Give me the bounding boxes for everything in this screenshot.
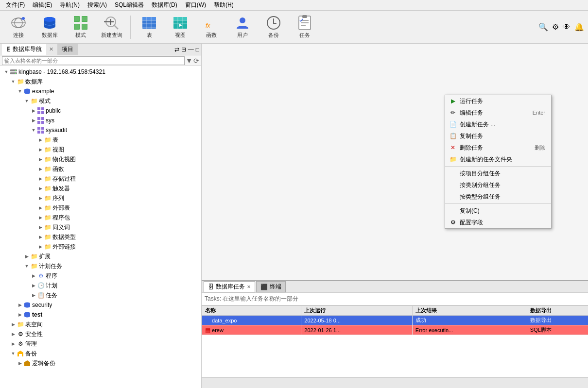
db-tasks-tab-close[interactable]: ✕ [247,284,251,289]
tree-toggle-sysaudit[interactable]: ▼ [30,128,37,133]
task-row-data-expo[interactable]: ▦ data_expo 2022-05-18 0... 成功 数据导出 Gene… [202,316,588,325]
filter-icon[interactable]: ▼ [186,57,192,65]
menu-file[interactable]: 文件(F) [2,0,29,10]
toolbar-table[interactable]: 表 [135,13,164,41]
menu-database[interactable]: 数据库(D) [148,0,181,10]
tree-node-exttable-folder[interactable]: ▶ 📁 外部表 [1,203,200,213]
tree-node-sys[interactable]: ▶ sys [1,116,200,125]
tree-toggle-datatype-folder[interactable]: ▶ [37,235,44,239]
tree-toggle-seq-folder[interactable]: ▶ [37,196,44,201]
ctx-copy-c[interactable]: 复制(C) [445,205,551,217]
panel-tab-projects[interactable]: 项目 [57,44,78,55]
eye-icon[interactable]: 👁 [563,23,571,32]
toolbar-schema[interactable]: 模式 [66,13,95,41]
tree-toggle-exttable-folder[interactable]: ▶ [37,205,44,210]
tree-toggle-tablespace[interactable]: ▶ [10,322,17,327]
menu-window[interactable]: 窗口(W) [181,0,210,10]
tree-node-synonym-folder[interactable]: ▶ 📁 同义词 [1,222,200,232]
table-search-input[interactable] [2,56,185,65]
tree-node-backup[interactable]: ▼ 备份 [1,349,200,358]
tree-toggle-sys[interactable]: ▶ [30,118,37,123]
tree-container[interactable]: ▼ kingbase - 192.168.45.158:54321 ▼ 📁 数据… [0,66,201,388]
toolbar-function[interactable]: fx 函数 [197,13,226,41]
tree-toggle-func-folder[interactable]: ▶ [37,167,44,171]
panel-btn-maximize[interactable]: □ [196,46,199,53]
tree-node-plan[interactable]: ▶ 🕒 计划 [1,281,200,290]
menu-nav[interactable]: 导航(N) [56,0,84,10]
tree-node-test-db[interactable]: ▶ test [1,310,200,320]
ctx-copy-task[interactable]: 📋 复制任务 [445,130,551,142]
tree-toggle-pkg-folder[interactable]: ▶ [37,215,44,220]
tree-node-root[interactable]: ▼ kingbase - 192.168.45.158:54321 [1,67,200,77]
tree-node-func-folder[interactable]: ▶ 📁 函数 [1,164,200,174]
tree-toggle-table-folder[interactable]: ▶ [37,137,44,142]
tree-toggle-logical-backup[interactable]: ▶ [17,361,23,366]
tree-toggle-mview-folder[interactable]: ▶ [37,157,44,162]
ctx-config-fields[interactable]: ⚙ 配置字段 [445,217,551,228]
bell-icon[interactable]: 🔔 [574,22,584,32]
tree-toggle-view-folder[interactable]: ▶ [37,147,44,152]
tree-node-example[interactable]: ▼ example [1,86,200,96]
menu-search[interactable]: 搜索(A) [84,0,111,10]
panel-btn-1[interactable]: ⇄ [174,46,179,53]
tree-node-manage[interactable]: ▶ ⚙ 管理 [1,339,200,349]
tree-toggle-root[interactable]: ▼ [3,69,10,74]
panel-btn-2[interactable]: ⊟ [181,46,186,53]
tree-toggle-example[interactable]: ▼ [17,89,23,94]
tree-toggle-test-db[interactable]: ▶ [17,312,23,317]
ctx-run-task[interactable]: ▶ 运行任务 [445,95,551,107]
tree-node-datatype-folder[interactable]: ▶ 📁 数据类型 [1,232,200,242]
tab-db-tasks[interactable]: 🗄 数据库任务 ✕ [204,281,255,292]
menu-edit[interactable]: 编辑(E) [29,0,56,10]
search-icon[interactable]: 🔍 [538,22,548,32]
tree-toggle-trigger-folder[interactable]: ▶ [37,186,44,191]
tree-node-mview-folder[interactable]: ▶ 📁 物化视图 [1,154,200,164]
tree-toggle-public[interactable]: ▶ [30,108,37,113]
toolbar-task[interactable]: 任务 [290,13,319,41]
tree-node-table-folder[interactable]: ▶ 📁 表 [1,135,200,145]
tree-toggle-scheduled[interactable]: ▼ [23,264,30,269]
tree-node-logical-backup[interactable]: ▶ 逻辑备份 [1,358,200,368]
tab-terminal[interactable]: ⬛ 终端 [256,281,286,292]
ctx-new-folder[interactable]: 📁 创建新的任务文件夹 [445,153,551,165]
menu-help[interactable]: 帮助(H) [210,0,238,10]
tree-toggle-task[interactable]: ▶ [30,293,37,298]
ctx-group-by-category[interactable]: 按类别分组任务 [445,179,551,191]
ctx-delete-task[interactable]: ✕ 删除任务 删除 [445,142,551,153]
toolbar-new-query[interactable]: 新建查询 [97,13,126,41]
tree-node-security2[interactable]: ▶ ⚙ 安全性 [1,329,200,339]
tree-toggle-extend[interactable]: ▶ [23,254,30,259]
tree-node-trigger-folder[interactable]: ▶ 📁 触发器 [1,184,200,193]
tree-node-extconn-folder[interactable]: ▶ 📁 外部链接 [1,242,200,252]
tree-node-view-folder[interactable]: ▶ 📁 视图 [1,145,200,154]
panel-close-db[interactable]: ✕ [49,46,53,52]
toolbar-view[interactable]: 视图 [166,13,195,41]
tree-toggle-extconn-folder[interactable]: ▶ [37,244,44,249]
toolbar-connect[interactable]: 连接 [4,13,33,41]
panel-tab-db-nav[interactable]: 🗄 数据库导航 [2,44,46,55]
tree-node-seq-folder[interactable]: ▶ 📁 序列 [1,193,200,203]
ctx-edit-task[interactable]: ✏ 编辑任务 Enter [445,107,551,118]
task-row-erew[interactable]: ▦ erew 2022-01-26 1... Error executin...… [202,325,588,335]
menu-sql-editor[interactable]: SQL编辑器 [111,0,148,10]
tree-toggle-manage[interactable]: ▶ [10,341,17,346]
tree-toggle-security2[interactable]: ▶ [10,332,17,337]
tree-node-proc-folder[interactable]: ▶ 📁 存储过程 [1,174,200,184]
refresh-icon[interactable]: ⟳ [193,57,199,65]
ctx-new-task[interactable]: 📄 创建新任务 ... [445,118,551,130]
tree-node-security-db[interactable]: ▶ security [1,300,200,310]
toolbar-backup[interactable]: 备份 [259,13,288,41]
toolbar-user[interactable]: 用户 [228,13,257,41]
tree-toggle-plan[interactable]: ▶ [30,283,37,288]
settings-icon[interactable]: ⚙ [552,22,559,32]
tree-toggle-backup[interactable]: ▼ [10,351,17,356]
tree-toggle-schema-folder[interactable]: ▼ [23,99,30,103]
tree-node-tablespace[interactable]: ▶ 📁 表空间 [1,320,200,329]
tree-toggle-synonym-folder[interactable]: ▶ [37,225,44,230]
tree-node-schema-folder[interactable]: ▼ 📁 模式 [1,96,200,106]
tree-node-public[interactable]: ▶ public [1,106,200,116]
tree-toggle-db-folder[interactable]: ▼ [10,79,17,84]
tree-toggle-proc-folder[interactable]: ▶ [37,176,44,181]
panel-btn-3[interactable]: — [188,46,194,53]
tree-node-db-folder[interactable]: ▼ 📁 数据库 [1,77,200,86]
